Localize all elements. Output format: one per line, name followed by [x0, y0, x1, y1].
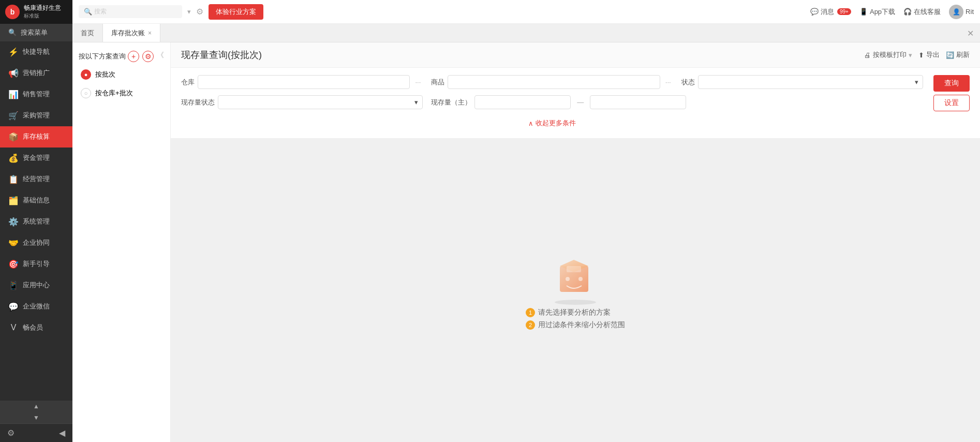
print-dropdown-icon[interactable]: ▾ — [909, 51, 912, 59]
close-panel-icon[interactable]: ✕ — [967, 28, 974, 38]
refresh-button[interactable]: 🔄 刷新 — [946, 50, 970, 60]
plan-item-by-warehouse-batch[interactable]: ○ 按仓库+批次 — [72, 84, 170, 102]
sidebar-item-quick-nav[interactable]: ⚡ 快捷导航 — [0, 41, 72, 63]
status-select[interactable]: ▾ — [698, 75, 923, 89]
sidebar-item-purchase[interactable]: 🛒 采购管理 — [0, 105, 72, 126]
tip-number-2: 2 — [526, 320, 535, 330]
tip-number-1: 1 — [526, 308, 535, 317]
plan-item-by-batch[interactable]: ● 按批次 — [72, 65, 170, 84]
topbar-dropdown-icon[interactable]: ▾ — [187, 8, 191, 16]
plan-settings-button[interactable]: ⚙ — [142, 51, 154, 62]
topbar-search-box[interactable]: 🔍 搜索 — [79, 5, 182, 18]
sidebar-item-label: 库存核算 — [23, 132, 50, 141]
sidebar-nav: 🔍 搜索菜单 ⚡ 快捷导航 📢 营销推广 📊 销售管理 🛒 采购管理 📦 库存核… — [0, 24, 72, 401]
plan-icon-inactive: ○ — [81, 88, 91, 98]
online-service-button[interactable]: 🎧 在线客服 — [903, 7, 941, 17]
svg-point-3 — [566, 277, 570, 281]
goods-more-icon[interactable]: ··· — [663, 78, 673, 86]
filter-area: 仓库 ··· 商品 ··· 状态 — [171, 68, 980, 139]
avatar: 👤 — [949, 5, 963, 19]
sidebar-header: b 畅康通好生意 标准版 — [0, 0, 72, 24]
tip-text-2: 用过滤条件来缩小分析范围 — [538, 320, 625, 330]
sidebar-item-finance[interactable]: 💰 资金管理 — [0, 148, 72, 169]
sidebar-item-label: 企业协同 — [23, 238, 50, 247]
app-version: 标准版 — [24, 12, 61, 20]
empty-tip-1: 1 请先选择要分析的方案 — [526, 308, 625, 317]
tab-label: 库存批次账 — [111, 28, 145, 38]
messages-label: 消息 — [821, 7, 834, 17]
stock-main-label: 现存量（主） — [431, 98, 471, 107]
topbar: 🔍 搜索 ▾ ⚙ 体验行业方案 💬 消息 99+ 📱 App下载 🎧 在线客服 … — [72, 0, 980, 24]
filter-settings-button[interactable]: 设置 — [933, 95, 970, 111]
sidebar-item-label: 应用中心 — [23, 281, 50, 290]
sidebar-item-label: 快捷导航 — [23, 47, 50, 56]
sidebar-item-newbie[interactable]: 🎯 新手引导 — [0, 254, 72, 275]
stock-status-select[interactable]: ▾ — [218, 95, 423, 109]
sidebar-scroll-up[interactable]: ▲ — [0, 401, 72, 412]
add-plan-button[interactable]: + — [128, 51, 139, 62]
collapse-sidebar-icon[interactable]: ◀ — [59, 428, 65, 438]
sidebar-item-label: 企业微信 — [23, 302, 50, 311]
sidebar-item-marketing[interactable]: 📢 营销推广 — [0, 63, 72, 84]
filter-stock-status: 现存量状态 ▾ — [181, 95, 423, 109]
warehouse-input[interactable] — [198, 75, 410, 89]
sidebar-footer: ⚙ ◀ — [0, 423, 72, 442]
sidebar-item-basic[interactable]: 🗂️ 基础信息 — [0, 190, 72, 211]
topbar-search-placeholder: 搜索 — [94, 7, 107, 16]
tab-inventory-batch[interactable]: 库存批次账 × — [103, 24, 160, 42]
marketing-icon: 📢 — [8, 68, 19, 78]
settings-icon[interactable]: ⚙ — [7, 428, 14, 438]
sidebar-scroll-down[interactable]: ▼ — [0, 412, 72, 423]
user-profile[interactable]: 👤 Rit — [949, 5, 974, 19]
svg-rect-2 — [567, 266, 581, 272]
sidebar-item-vip[interactable]: V 畅会员 — [0, 317, 72, 338]
vip-icon: V — [8, 323, 19, 332]
filter-row-2: 现存量状态 ▾ 现存量（主） — — [181, 95, 923, 109]
plan-label: 按仓库+批次 — [95, 89, 133, 98]
wechat-icon: 💬 — [8, 302, 19, 312]
page-header: 现存量查询(按批次) 🖨 按模板打印 ▾ ⬆ 导出 🔄 刷新 — [171, 42, 980, 68]
filter-row-1: 仓库 ··· 商品 ··· 状态 — [181, 75, 923, 89]
user-avatar-text: 👤 — [953, 8, 960, 16]
export-button[interactable]: ⬆ 导出 — [918, 50, 940, 60]
sidebar-item-label: 营销推广 — [23, 68, 50, 78]
user-name: Rit — [966, 8, 974, 16]
right-panel: 现存量查询(按批次) 🖨 按模板打印 ▾ ⬆ 导出 🔄 刷新 — [171, 42, 980, 442]
sidebar-item-enterprise[interactable]: 🤝 企业协同 — [0, 232, 72, 254]
refresh-label: 刷新 — [956, 50, 970, 60]
tabbar: 首页 库存批次账 × ✕ — [72, 24, 980, 42]
enterprise-icon: 🤝 — [8, 238, 19, 248]
sidebar-item-search[interactable]: 🔍 搜索菜单 — [0, 24, 72, 41]
collapse-filters-button[interactable]: ∧ 收起更多条件 — [181, 115, 923, 131]
topbar-settings-icon[interactable]: ⚙ — [196, 7, 203, 17]
print-button[interactable]: 🖨 按模板打印 ▾ — [864, 50, 912, 60]
sidebar-item-inventory[interactable]: 📦 库存核算 — [0, 126, 72, 148]
sidebar-item-operations[interactable]: 📋 经营管理 — [0, 169, 72, 190]
tab-home[interactable]: 首页 — [72, 24, 103, 42]
warehouse-more-icon[interactable]: ··· — [413, 78, 423, 86]
message-icon: 💬 — [810, 8, 819, 16]
sidebar-item-label: 资金管理 — [23, 153, 50, 163]
app-download-button[interactable]: 📱 App下载 — [859, 7, 895, 17]
sidebar-item-appstore[interactable]: 📱 应用中心 — [0, 275, 72, 296]
stock-main-to[interactable] — [590, 95, 686, 109]
status-chevron-icon: ▾ — [915, 78, 918, 86]
sidebar-item-sales[interactable]: 📊 销售管理 — [0, 84, 72, 105]
close-tab-icon[interactable]: × — [148, 30, 152, 37]
operations-icon: 📋 — [8, 174, 19, 184]
svg-point-4 — [578, 277, 583, 281]
page-title: 现存量查询(按批次) — [181, 49, 262, 61]
sidebar-item-wechat[interactable]: 💬 企业微信 — [0, 296, 72, 317]
goods-input[interactable] — [448, 75, 660, 89]
collapse-panel-button[interactable]: 《 — [157, 51, 164, 62]
sidebar-item-label: 畅会员 — [23, 323, 43, 332]
stock-main-from[interactable] — [474, 95, 571, 109]
plus-icon: + — [131, 52, 136, 61]
sidebar-item-system[interactable]: ⚙️ 系统管理 — [0, 211, 72, 232]
query-button[interactable]: 查询 — [933, 75, 970, 92]
experience-button[interactable]: 体验行业方案 — [209, 4, 263, 20]
goods-label: 商品 — [431, 78, 444, 87]
left-panel: 按以下方案查询 + ⚙ 《 ● 按批次 ○ 按仓库+批次 — [72, 42, 171, 442]
messages-button[interactable]: 💬 消息 99+ — [810, 7, 851, 17]
sidebar: b 畅康通好生意 标准版 🔍 搜索菜单 ⚡ 快捷导航 📢 营销推广 📊 销售管理… — [0, 0, 72, 442]
